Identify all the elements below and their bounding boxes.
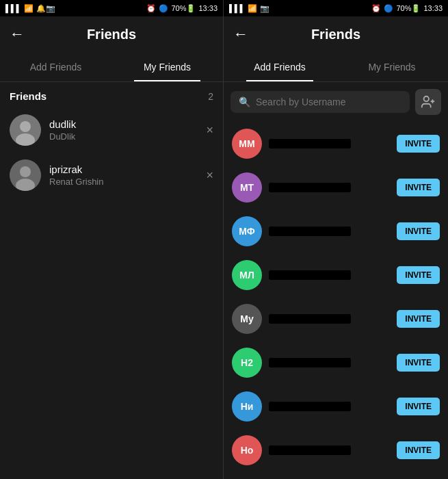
left-tabs: Add Friends My Friends	[0, 52, 223, 82]
left-tab-add-friends[interactable]: Add Friends	[0, 52, 111, 81]
invite-button-7[interactable]: INVITE	[397, 441, 440, 459]
friends-count: 2	[208, 91, 213, 102]
contact-item-2: МФ INVITE	[224, 209, 448, 253]
contact-info-0	[269, 139, 390, 148]
left-bluetooth-icon: 🔵	[159, 4, 168, 13]
right-bluetooth-icon: 🔵	[384, 4, 393, 13]
invite-button-0[interactable]: INVITE	[397, 135, 440, 153]
contact-item-4: Му INVITE	[224, 297, 448, 341]
left-back-button[interactable]: ←	[10, 25, 25, 43]
left-header: ← Friends	[0, 16, 223, 52]
contact-item-6: Ни INVITE	[224, 385, 448, 428]
right-tab-add-friends[interactable]: Add Friends	[224, 52, 336, 81]
invite-button-5[interactable]: INVITE	[397, 354, 440, 372]
contact-info-7	[269, 445, 390, 455]
search-bar: 🔍	[230, 91, 410, 113]
contact-name-redacted-5	[269, 358, 351, 367]
contact-info-1	[269, 183, 390, 192]
contact-list: ММ INVITE МТ INVITE МФ INVITE	[224, 122, 448, 479]
svg-point-6	[424, 96, 429, 101]
left-title: Friends	[31, 27, 192, 42]
contact-name-redacted-4	[269, 314, 351, 324]
contact-name-redacted-3	[269, 270, 351, 280]
friend-realname-dudlik: DuDlik	[49, 131, 198, 142]
contact-item-5: Н2 INVITE	[224, 341, 448, 385]
friend-info-iprizrak: iprizrak Renat Grishin	[49, 164, 198, 187]
left-status-bar: ▌▌▌ 📶 🔔📷 ⏰ 🔵 70%🔋 13:33	[0, 0, 223, 16]
avatar-svg-iprizrak	[10, 159, 41, 191]
contact-item-0: ММ INVITE	[224, 122, 448, 166]
contact-name-redacted-0	[269, 139, 351, 148]
invite-button-1[interactable]: INVITE	[397, 179, 440, 196]
svg-point-1	[20, 121, 31, 132]
right-battery-icon: 70%🔋	[396, 4, 421, 13]
left-status-right: ⏰ 🔵 70%🔋 13:33	[146, 4, 218, 13]
friend-remove-dudlik[interactable]: ×	[206, 123, 213, 138]
right-status-bar: ▌▌▌ 📶 📷 ⏰ 🔵 70%🔋 13:33	[224, 0, 448, 16]
left-wifi-icon: 📶	[24, 4, 34, 13]
contact-item-8: Сп INVITE	[224, 472, 448, 479]
contact-avatar-3: МЛ	[232, 260, 262, 290]
friend-avatar-dudlik	[10, 114, 41, 146]
svg-point-4	[20, 166, 31, 177]
left-tab-my-friends[interactable]: My Friends	[111, 52, 223, 81]
right-alarm-icon: ⏰	[371, 4, 381, 13]
invite-button-4[interactable]: INVITE	[397, 310, 440, 328]
contact-avatar-7: Но	[232, 435, 262, 465]
left-panel: ▌▌▌ 📶 🔔📷 ⏰ 🔵 70%🔋 13:33 ← Friends Add Fr…	[0, 0, 224, 479]
left-status-left: ▌▌▌ 📶 🔔📷	[5, 4, 55, 13]
friend-avatar-iprizrak	[10, 159, 41, 191]
avatar-svg-dudlik	[10, 114, 41, 146]
invite-button-6[interactable]: INVITE	[397, 398, 440, 415]
left-alarm-icon: ⏰	[146, 4, 156, 13]
contact-avatar-0: ММ	[232, 129, 262, 159]
right-time: 13:33	[423, 4, 443, 12]
invite-button-3[interactable]: INVITE	[397, 266, 440, 284]
add-user-button[interactable]	[415, 89, 441, 115]
friend-item-iprizrak: iprizrak Renat Grishin ×	[0, 153, 223, 198]
contact-name-redacted-7	[269, 445, 351, 455]
contact-name-redacted-1	[269, 183, 351, 192]
contact-avatar-4: Му	[232, 304, 262, 334]
contact-name-redacted-2	[269, 226, 351, 236]
right-misc-icons: 📷	[260, 4, 269, 13]
search-icon: 🔍	[239, 96, 250, 107]
right-panel: ▌▌▌ 📶 📷 ⏰ 🔵 70%🔋 13:33 ← Friends Add Fri…	[224, 0, 448, 479]
contact-info-6	[269, 402, 390, 411]
right-wifi-icon: 📶	[248, 4, 257, 13]
left-time: 13:33	[198, 4, 218, 12]
contact-item-1: МТ INVITE	[224, 166, 448, 209]
contact-info-2	[269, 226, 390, 236]
right-status-left: ▌▌▌ 📶 📷	[229, 4, 269, 13]
right-header: ← Friends	[224, 16, 448, 52]
invite-button-2[interactable]: INVITE	[397, 222, 440, 240]
contact-avatar-1: МТ	[232, 172, 262, 203]
right-status-right: ⏰ 🔵 70%🔋 13:33	[371, 4, 443, 13]
left-signal-icon: ▌▌▌	[5, 4, 21, 12]
friend-realname-iprizrak: Renat Grishin	[49, 177, 198, 187]
contact-info-4	[269, 314, 390, 324]
contact-avatar-5: Н2	[232, 348, 262, 378]
contact-name-redacted-6	[269, 402, 351, 411]
right-tab-my-friends[interactable]: My Friends	[336, 52, 448, 81]
friend-remove-iprizrak[interactable]: ×	[206, 168, 213, 183]
right-tabs: Add Friends My Friends	[224, 52, 448, 82]
contact-avatar-2: МФ	[232, 216, 262, 246]
right-back-button[interactable]: ←	[233, 25, 248, 43]
right-title: Friends	[255, 27, 417, 42]
contact-info-5	[269, 358, 390, 367]
friend-info-dudlik: dudlik DuDlik	[49, 118, 198, 142]
search-input[interactable]	[256, 96, 401, 107]
left-misc-icons: 🔔📷	[36, 4, 55, 13]
right-signal-icon: ▌▌▌	[229, 4, 245, 12]
contact-info-3	[269, 270, 390, 280]
friends-list-title: Friends	[10, 90, 47, 102]
left-battery-icon: 70%🔋	[171, 4, 196, 13]
contact-item-3: МЛ INVITE	[224, 253, 448, 297]
friend-username-dudlik: dudlik	[49, 118, 198, 130]
left-list-header: Friends 2	[0, 82, 223, 107]
add-user-icon	[421, 94, 436, 109]
friend-item-dudlik: dudlik DuDlik ×	[0, 107, 223, 153]
search-container: 🔍	[224, 82, 448, 122]
contact-avatar-6: Ни	[232, 391, 262, 422]
